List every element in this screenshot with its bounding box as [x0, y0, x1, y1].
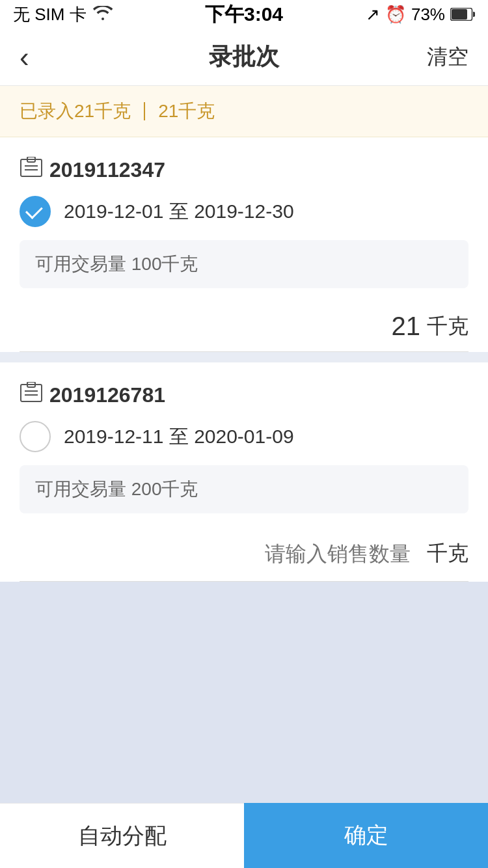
radio-2[interactable] [20, 421, 51, 452]
qty-unit-2: 千克 [427, 539, 468, 568]
back-button[interactable]: ‹ [20, 43, 29, 72]
amount-value-1: 21 [392, 312, 421, 341]
batch-id-1: 2019112347 [49, 158, 165, 182]
section-divider [0, 352, 488, 362]
status-right: ↗ ⏰ 73% [366, 5, 475, 25]
summary-divider [144, 102, 145, 120]
available-row-1: 可用交易量 100千克 [20, 240, 468, 288]
batch-date-2: 2019-12-11 至 2020-01-09 [64, 424, 294, 450]
bottom-bar: 自动分配 确定 [0, 803, 488, 868]
time-label: 下午3:04 [205, 1, 283, 28]
available-row-2: 可用交易量 200千克 [20, 465, 468, 513]
batch-icon-2 [20, 382, 43, 408]
qty-input-2[interactable] [20, 542, 420, 566]
batch-header-2: 2019126781 [0, 362, 488, 414]
page-title: 录批次 [209, 41, 279, 73]
wifi-icon [93, 5, 113, 25]
carrier-label: 无 SIM 卡 [13, 3, 87, 26]
summary-bar: 已录入21千克 21千克 [0, 86, 488, 137]
batch-icon-1 [20, 157, 43, 183]
batch-row-2[interactable]: 2019-12-11 至 2020-01-09 [0, 414, 488, 459]
nav-bar: ‹ 录批次 清空 [0, 29, 488, 86]
battery-icon [450, 8, 475, 21]
input-row-2[interactable]: 千克 [0, 526, 488, 581]
amount-row-1: 21 千克 [0, 301, 488, 351]
batch-card-1: 2019112347 2019-12-01 至 2019-12-30 可用交易量… [0, 137, 488, 352]
status-bar: 无 SIM 卡 下午3:04 ↗ ⏰ 73% [0, 0, 488, 29]
batch-card-2: 2019126781 2019-12-11 至 2020-01-09 可用交易量… [0, 362, 488, 582]
radio-1[interactable] [20, 196, 51, 227]
recorded-label: 已录入21千克 [20, 99, 131, 124]
batch-row-1[interactable]: 2019-12-01 至 2019-12-30 [0, 189, 488, 234]
battery-label: 73% [411, 5, 445, 25]
location-icon: ↗ [366, 5, 380, 25]
batch-header-1: 2019112347 [0, 137, 488, 189]
alarm-icon: ⏰ [385, 5, 406, 25]
batch-id-2: 2019126781 [49, 383, 165, 407]
clear-button[interactable]: 清空 [427, 43, 468, 72]
available-text-1: 可用交易量 100千克 [35, 254, 198, 274]
amount-unit-1: 千克 [427, 312, 468, 341]
confirm-button[interactable]: 确定 [244, 803, 488, 868]
status-left: 无 SIM 卡 [13, 3, 113, 26]
batch-date-1: 2019-12-01 至 2019-12-30 [64, 198, 294, 225]
available-text-2: 可用交易量 200千克 [35, 479, 198, 499]
svg-rect-1 [452, 9, 467, 20]
auto-distribute-button[interactable]: 自动分配 [0, 803, 244, 868]
total-label: 21千克 [158, 99, 215, 124]
